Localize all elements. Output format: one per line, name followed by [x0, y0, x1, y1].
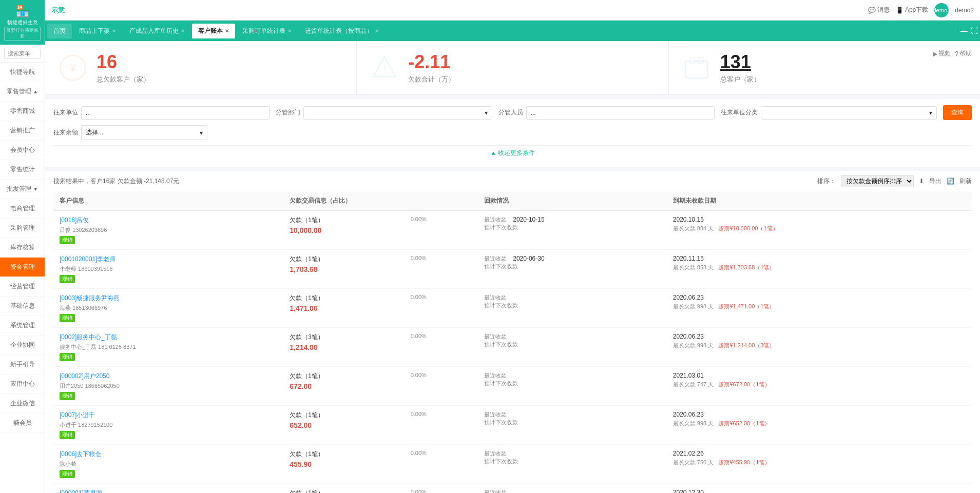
manager-input[interactable]: ... — [526, 106, 715, 120]
overdue-days-0: 最长欠款 884 天 超期¥10,000.00（1笔） — [673, 225, 966, 232]
overdue-link-4[interactable]: 超期¥672.00（1笔） — [718, 381, 770, 387]
cell-recovery-3: 最近收款 预计下次收款 — [478, 328, 667, 367]
sidebar-item-enterprise[interactable]: 企业协同 — [0, 336, 45, 355]
debt-amount-4: 672.00 — [290, 382, 398, 390]
video-btn[interactable]: ▶ 视频 — [933, 49, 951, 58]
collapse-filters-btn[interactable]: ▲ 收起更多条件 — [53, 145, 972, 161]
tab-product-shelf[interactable]: 商品上下架 ✕ — [73, 24, 122, 38]
sort-select[interactable]: 按欠款金额倒序排序 — [841, 175, 914, 187]
tab-product-history[interactable]: 产成品入库单历史 ✕ — [123, 24, 191, 38]
customer-name-0[interactable]: [0016]吕俊 — [60, 216, 277, 225]
sidebar-item-finance[interactable]: 资金管理 — [0, 258, 45, 277]
overdue-link-2[interactable]: 超期¥1,471.00（1笔） — [718, 303, 775, 309]
help-icon: ? — [955, 50, 958, 57]
recover-next-6: 预计下次收款 — [484, 458, 661, 465]
collapse-tabs-icon[interactable]: — — [960, 27, 968, 35]
cell-customer-1: [0001020001]李老师 李老师 18600391516 现销 — [53, 250, 283, 289]
topbar: 示意 💬 消息 📱 App下载 demo2 demo2 — [45, 0, 980, 21]
cell-due-date-2: 2020.06.23 最长欠款 998 天 超期¥1,471.00（1笔） — [667, 289, 972, 328]
search-input[interactable] — [4, 48, 41, 59]
dept-select[interactable]: ▾ — [303, 106, 492, 120]
sidebar-item-operation[interactable]: 经营管理 — [0, 277, 45, 297]
sidebar-item-retail-store[interactable]: 零售商城 — [0, 102, 45, 121]
debt-count-6: 欠款（1笔） — [290, 450, 398, 459]
close-icon[interactable]: ✕ — [287, 28, 292, 34]
sidebar-item-inventory[interactable]: 库存核算 — [0, 238, 45, 258]
tab-purchase-order[interactable]: 采购订单统计表 ✕ — [236, 24, 298, 38]
customer-name-2[interactable]: [0003]畅捷服务尹海燕 — [60, 294, 277, 303]
sidebar: 🏪 畅捷通好生意 母婴行业演示账套 快捷导航 零售管理 ▲ 零售商城 营销推广 … — [0, 0, 45, 493]
close-icon[interactable]: ✕ — [112, 28, 116, 34]
sidebar-item-ecommerce[interactable]: 电商管理 — [0, 199, 45, 219]
main-area: 示意 💬 消息 📱 App下载 demo2 demo2 首页 商品上下架 ✕ 产… — [45, 0, 980, 493]
customer-name-3[interactable]: [0002]服务中心_丁磊 — [60, 333, 277, 342]
customer-name-1[interactable]: [0001020001]李老师 — [60, 255, 277, 264]
recover-next-4: 预计下次收款 — [484, 380, 661, 387]
overdue-link-3[interactable]: 超期¥1,214.00（3笔） — [718, 342, 775, 348]
debt-count-3: 欠款（3笔） — [290, 333, 398, 342]
col-header-due-date: 到期未收款日期 — [667, 191, 972, 211]
search-area — [0, 45, 45, 63]
due-date-0: 2020.10.15 — [673, 216, 966, 223]
sidebar-item-purchase[interactable]: 采购管理 — [0, 219, 45, 238]
stats-top-actions: ▶ 视频 ? 帮助 — [933, 49, 972, 58]
tab-product-history-label: 产成品入库单历史 — [129, 27, 179, 35]
dept-label: 分管部门 — [276, 108, 300, 117]
manager-label: 分管人员 — [498, 108, 523, 117]
app-download-btn[interactable]: 📱 App下载 — [896, 6, 928, 14]
total-customers-label: 总客户（家） — [720, 75, 760, 84]
tab-purchase-order-label: 采购订单统计表 — [242, 27, 285, 35]
manager-filter: 分管人员 ... — [498, 106, 715, 120]
table-row: [0006]去下粮仓 陈小希 现销 欠款（1笔） 455.90 0.00% 最近… — [53, 445, 972, 484]
sidebar-item-member[interactable]: 会员中心 — [0, 141, 45, 160]
recover-label-0: 最近收款 2020-10-15 — [484, 216, 661, 224]
overdue-link-6[interactable]: 超期¥455.90（1笔） — [718, 459, 770, 465]
source-unit-input[interactable]: ... — [81, 106, 270, 120]
refresh-btn[interactable]: 刷新 — [959, 177, 972, 186]
cell-recovery-6: 最近收款 预计下次收款 — [478, 445, 667, 484]
help-btn[interactable]: ? 帮助 — [955, 49, 972, 58]
source-unit-filter: 往来单位 ... — [53, 106, 270, 120]
overdue-link-0[interactable]: 超期¥10,000.00（1笔） — [718, 225, 778, 231]
overdue-link-1[interactable]: 超期¥1,703.68（1笔） — [718, 264, 775, 270]
close-icon[interactable]: ✕ — [225, 28, 229, 34]
due-date-3: 2020.06.23 — [673, 333, 966, 340]
search-button[interactable]: 查询 — [943, 105, 972, 120]
sidebar-item-vip[interactable]: 畅会员 — [0, 413, 45, 433]
debt-ratio-3: 0.00% — [411, 333, 472, 339]
export-btn[interactable]: 导出 — [929, 177, 941, 186]
message-btn[interactable]: 💬 消息 — [868, 6, 890, 14]
tab-customer-account[interactable]: 客户账本 ✕ — [192, 24, 235, 38]
customer-name-7[interactable]: [000001]黄思源 — [60, 489, 277, 493]
total-customers-value: 131 — [720, 51, 760, 73]
tab-purchase-stats[interactable]: 进货单统计表（按商品） ✕ — [299, 24, 385, 38]
collapse-icon: ▲ — [490, 149, 496, 156]
sidebar-item-retail-stats[interactable]: 零售统计 — [0, 160, 45, 180]
customer-name-5[interactable]: [0007]小进千 — [60, 411, 277, 420]
sidebar-item-corp-wechat[interactable]: 企业微信 — [0, 394, 45, 413]
overdue-days-6: 最长欠款 750 天 超期¥455.90（1笔） — [673, 459, 966, 466]
customer-name-4[interactable]: [000002]用户2050 — [60, 372, 277, 381]
sidebar-item-sys-mgmt[interactable]: 系统管理 — [0, 316, 45, 336]
debt-amount-label: 欠款合计（万） — [408, 75, 455, 84]
fullscreen-icon[interactable]: ⛶ — [971, 27, 978, 35]
due-date-5: 2020.06.23 — [673, 411, 966, 418]
video-icon: ▶ — [933, 50, 937, 57]
recover-label-4: 最近收款 — [484, 372, 661, 380]
sidebar-item-basic-info[interactable]: 基础信息 — [0, 297, 45, 316]
unit-category-select[interactable]: ▾ — [761, 106, 937, 120]
sidebar-item-app-center[interactable]: 应用中心 — [0, 374, 45, 394]
tab-home[interactable]: 首页 — [47, 24, 72, 38]
sidebar-item-marketing[interactable]: 营销推广 — [0, 121, 45, 141]
overdue-link-5[interactable]: 超期¥652.00（1笔） — [718, 420, 770, 426]
sidebar-item-newbie[interactable]: 新手引导 — [0, 355, 45, 374]
customer-phone-6: 陈小希 — [60, 460, 277, 468]
sidebar-item-quick-nav[interactable]: 快捷导航 — [0, 63, 45, 82]
sidebar-item-batch-mgmt[interactable]: 批发管理 ▼ — [0, 180, 45, 199]
sidebar-item-retail-mgmt[interactable]: 零售管理 ▲ — [0, 82, 45, 102]
close-icon[interactable]: ✕ — [181, 28, 185, 34]
customer-name-6[interactable]: [0006]去下粮仓 — [60, 450, 277, 459]
balance-select[interactable]: 选择... ▾ — [81, 125, 207, 140]
close-icon[interactable]: ✕ — [375, 28, 379, 34]
user-avatar[interactable]: demo2 — [934, 3, 949, 17]
